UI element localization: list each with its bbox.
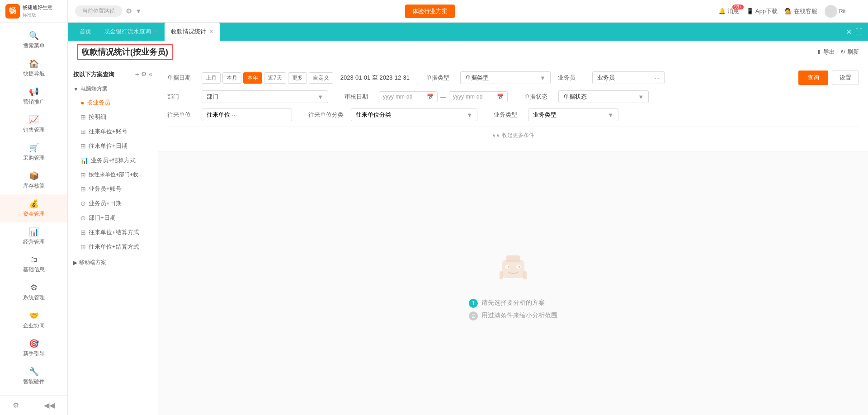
edition-badge: 标准版 (23, 12, 52, 18)
tab-cashflow[interactable]: 现金银行流水查询 ✕ (98, 23, 165, 41)
tab-home[interactable]: 首页 (73, 23, 98, 41)
tab-close-all-icon[interactable]: ✕ (846, 28, 852, 36)
scheme-section-desktop-title[interactable]: ▼ 电脑端方案 (68, 82, 158, 95)
chart-icon: 📈 (29, 115, 39, 125)
scheme-item-dept-date[interactable]: ⊙ 部门+日期 (68, 211, 158, 225)
sidebar-item-operation[interactable]: 📊 经营管理 (0, 222, 67, 250)
sidebar-item-finance[interactable]: 💰 资金管理 (0, 194, 67, 222)
date-btn-last-month[interactable]: 上月 (202, 72, 221, 84)
home-icon: 🏠 (29, 59, 39, 69)
sidebar-item-inventory[interactable]: 📦 库存核算 (0, 166, 67, 194)
filter-section: 单据日期 上月 本月 本年 近7天 更多 自定义 2023-01-01 至 20… (158, 63, 868, 151)
counterpart-select[interactable]: 往来单位 ··· (202, 108, 292, 121)
receipt-tab-close[interactable]: ✕ (209, 28, 213, 35)
sidebar-item-search[interactable]: 🔍 搜索菜单 (0, 26, 67, 54)
export-btn[interactable]: ⬆ 导出 (816, 48, 835, 56)
scheme-item-counterpart-settlement2[interactable]: ⊞ 往来单位+结算方式 (68, 240, 158, 254)
sidebar-item-basic[interactable]: 🗂 基础信息 (0, 250, 67, 278)
collapse-sidebar-icon[interactable]: ◀◀ (44, 401, 55, 410)
tabbar-right: ✕ ⛶ (846, 28, 863, 36)
date-btn-this-year[interactable]: 本年 (243, 72, 262, 84)
username: Rit (839, 8, 846, 14)
doc-type-select[interactable]: 单据类型 ▼ (460, 71, 551, 84)
folder-icon: 🗂 (30, 255, 38, 264)
sidebar-footer: ⚙ ◀◀ (0, 395, 67, 415)
message-badge: 99+ (732, 5, 744, 9)
tip-text-1: 请先选择要分析的方案 (481, 299, 545, 307)
scheme-item-counterpart-dept[interactable]: ⊞ 按往来单位+部门+收... (68, 168, 158, 182)
scheme-item-counterpart-date[interactable]: ⊞ 往来单位+日期 (68, 139, 158, 153)
settings-bottom-icon[interactable]: ⚙ (13, 401, 19, 410)
tab-receipt[interactable]: 收款情况统计 ✕ (165, 23, 220, 41)
counterpart-value: 往来单位 (207, 111, 230, 119)
app-download-btn[interactable]: 📱 App下载 (746, 7, 778, 15)
biz-type-select[interactable]: 业务类型 ▼ (528, 108, 618, 121)
trial-btn[interactable]: 体验行业方案 (405, 5, 455, 18)
scheme-collapse-icon[interactable]: « (149, 71, 152, 79)
review-date-end[interactable]: yyyy-mm-dd 📅 (449, 91, 508, 102)
collapse-more-btn[interactable]: ∧∧ 收起更多条件 (167, 127, 859, 144)
sidebar-item-wechat[interactable]: 💬 企业微信 (0, 390, 67, 395)
scheme-add-icon[interactable]: + (135, 71, 139, 79)
sidebar-item-marketing[interactable]: 📢 营销推广 (0, 82, 67, 110)
tip-text-2: 用过滤条件来缩小分析范围 (481, 311, 557, 320)
sidebar-item-guide[interactable]: 🎯 新手引导 (0, 334, 67, 362)
date-btn-custom[interactable]: 自定义 (309, 72, 333, 84)
topbar-dropdown-icon[interactable]: ▼ (136, 8, 142, 14)
date-separator: — (440, 94, 446, 100)
date-btn-this-month[interactable]: 本月 (222, 72, 241, 84)
counterpart-label: 往来单位 (167, 111, 194, 119)
scheme-item-by-salesman[interactable]: ● 按业务员 (68, 95, 158, 110)
scheme-item-salesman-settlement[interactable]: 📊 业务员+结算方式 (68, 153, 158, 168)
scheme-item-salesman-date[interactable]: ⊙ 业务员+日期 (68, 196, 158, 211)
refresh-icon: ↻ (840, 48, 845, 55)
salesman-select[interactable]: 业务员 ··· (592, 71, 665, 84)
sidebar-item-sales[interactable]: 📈 销售管理 (0, 110, 67, 138)
sidebar-item-purchase[interactable]: 🛒 采购管理 (0, 138, 67, 166)
message-btn[interactable]: 🔔 消息 99+ (718, 7, 739, 15)
review-date-start[interactable]: yyyy-mm-dd 📅 (379, 91, 438, 102)
scheme-section-mobile-title[interactable]: ▶ 移动端方案 (68, 256, 158, 269)
doc-status-select[interactable]: 单据状态 ▼ (558, 90, 649, 103)
sidebar-nav: 🔍 搜索菜单 🏠 快捷导航 📢 营销推广 📈 销售管理 🛒 采购管理 📦 库存核… (0, 23, 67, 395)
refresh-label: 刷新 (847, 48, 859, 56)
date-btn-7days[interactable]: 近7天 (264, 72, 286, 84)
topbar-settings-icon[interactable]: ⚙ (126, 7, 132, 15)
sidebar-item-system[interactable]: ⚙ 系统管理 (0, 278, 67, 306)
scheme-item-counterpart-settlement1[interactable]: ⊞ 往来单位+结算方式 (68, 225, 158, 240)
scheme-item-by-detail[interactable]: ⊞ 按明细 (68, 110, 158, 124)
query-btn[interactable]: 查询 (798, 71, 828, 85)
review-date-range: yyyy-mm-dd 📅 — yyyy-mm-dd 📅 (379, 91, 508, 102)
refresh-btn[interactable]: ↻ 刷新 (840, 48, 859, 56)
date-btn-more[interactable]: 更多 (288, 72, 307, 84)
app-label: App下载 (755, 7, 778, 15)
user-avatar[interactable]: Rit (825, 5, 861, 18)
filter-row-1: 单据日期 上月 本月 本年 近7天 更多 自定义 2023-01-01 至 20… (167, 71, 859, 85)
counterpart-cat-select[interactable]: 往来单位分类 ▼ (351, 108, 477, 121)
online-service-btn[interactable]: 💁 在线客服 (785, 7, 817, 15)
tip-num-1: 1 (469, 299, 478, 308)
service-label: 在线客服 (794, 7, 817, 15)
topbar-right: 🔔 消息 99+ 📱 App下载 💁 在线客服 Rit (718, 5, 861, 18)
sidebar-item-corp[interactable]: 🤝 企业协同 (0, 306, 67, 334)
tabbar: 首页 现金银行流水查询 ✕ 收款情况统计 ✕ ✕ ⛶ (68, 23, 868, 41)
scheme-item-label: 业务员+日期 (89, 199, 122, 208)
phone-icon: 📱 (746, 8, 754, 14)
sidebar-item-hardware[interactable]: 🔧 智能硬件 (0, 362, 67, 390)
cashflow-tab-close[interactable]: ✕ (154, 28, 158, 35)
dept-label: 部门 (167, 93, 194, 101)
sidebar-item-quicknav[interactable]: 🏠 快捷导航 (0, 54, 67, 82)
salesman-more-icon[interactable]: ··· (655, 75, 660, 81)
cs2-icon: ⊞ (80, 243, 86, 250)
scheme-settings-icon[interactable]: ⚙ (141, 71, 147, 79)
scheme-item-salesman-account[interactable]: ⊞ 业务员+账号 (68, 182, 158, 196)
scheme-item-counterpart-account[interactable]: ⊞ 往来单位+账号 (68, 124, 158, 139)
counterpart-more-icon[interactable]: ··· (232, 112, 237, 118)
tab-maximize-icon[interactable]: ⛶ (855, 28, 863, 36)
filter-settings-btn[interactable]: 设置 (832, 71, 859, 85)
svg-rect-7 (523, 271, 527, 279)
empty-tip-2: 2 用过滤条件来缩小分析范围 (469, 311, 557, 321)
sidebar-item-label: 采购管理 (23, 154, 45, 162)
review-start-value: yyyy-mm-dd (383, 94, 412, 100)
dept-select[interactable]: 部门 ▼ (202, 90, 328, 103)
